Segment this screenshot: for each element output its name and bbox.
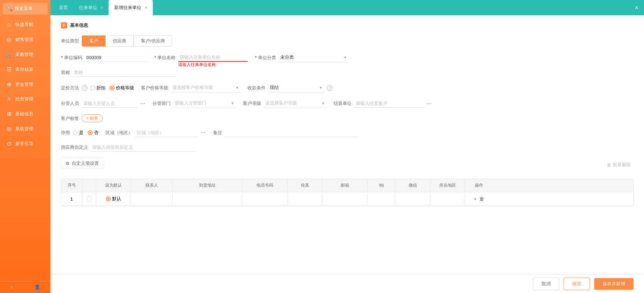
sidebar-item-inventory[interactable]: ☰库存核算	[0, 62, 50, 77]
customer-level-select[interactable]: 请选择客户等级 ▼	[264, 99, 327, 108]
settlement-more[interactable]: ···	[427, 101, 432, 106]
manager-label: 分管人员	[61, 100, 79, 107]
th-seq: 序号	[61, 179, 82, 192]
manager-input[interactable]	[82, 99, 138, 108]
pricing-group: 定价方法 ? 折扣 价格等级	[61, 85, 134, 91]
customize-settings-button[interactable]: ⚙ 自定义项设置	[61, 158, 103, 169]
cell-phone-input-0[interactable]	[247, 196, 283, 201]
global-close-button[interactable]: ×	[632, 4, 641, 11]
disabled-group: 停用 是 否	[61, 130, 99, 136]
home-bottom-icon[interactable]: ⌂	[10, 284, 13, 290]
supplier-custom-input[interactable]	[91, 143, 195, 152]
pricing-radio-discount-label: 折扣	[96, 85, 105, 91]
tab-close-partners[interactable]: ×	[101, 5, 103, 10]
sidebar-item-guide[interactable]: ⊙新手引导	[0, 136, 50, 151]
remark-label: 备注	[213, 130, 222, 136]
th-check	[82, 179, 96, 192]
th-default: 设为默认	[96, 179, 131, 192]
sidebar-item-quick-nav[interactable]: ⌂快捷导航	[0, 17, 50, 32]
settlement-group: 结算单位 ···	[333, 99, 432, 108]
pricing-radio-discount-circle	[90, 86, 95, 90]
payment-terms-help-icon[interactable]: ?	[327, 85, 332, 91]
sidebar-item-operations[interactable]: ≡经营管理	[0, 92, 50, 106]
unit-code-input[interactable]	[85, 54, 148, 62]
tab-close-new-partner[interactable]: ×	[145, 5, 147, 10]
cell-contact-input-0[interactable]	[135, 196, 168, 201]
sidebar-label-finance: 资金管理	[15, 81, 33, 88]
th-contact: 联系人	[131, 179, 173, 192]
remark-group: 备注	[213, 129, 357, 137]
cell-wechat-input-0[interactable]	[400, 196, 426, 201]
pricing-help-icon[interactable]: ?	[82, 85, 87, 91]
unit-name-input[interactable]	[178, 53, 248, 62]
disabled-no-circle	[88, 130, 93, 135]
unit-code-label: 单位编码	[61, 55, 82, 61]
department-select[interactable]: 请输入分管部门 ▼	[173, 99, 236, 108]
cell-email-input-0[interactable]	[327, 196, 363, 201]
customer-level-placeholder: 请选择客户等级	[265, 100, 320, 106]
region-input[interactable]	[135, 129, 198, 137]
user-bottom-icon[interactable]: 👤	[34, 284, 40, 290]
cell-address-input-0[interactable]	[179, 196, 236, 201]
sidebar-item-finance[interactable]: ⊕资金管理	[0, 77, 50, 92]
disabled-no[interactable]: 否	[88, 130, 99, 136]
sidebar-icon-finance: ⊕	[6, 81, 13, 88]
section-icon: F	[61, 22, 67, 29]
search-icon: 🔍	[7, 6, 13, 11]
unit-type-btn-2[interactable]: 客户/供应商	[134, 35, 172, 47]
payment-terms-value: 现结	[270, 84, 317, 91]
cell-default-0[interactable]: 默认	[106, 196, 121, 202]
delete-row-icon-0[interactable]: 🗑	[479, 196, 484, 202]
tab-new-partner[interactable]: 新增往来单位×	[109, 0, 153, 15]
tab-partners[interactable]: 往来单位×	[73, 0, 109, 15]
disabled-label: 停用	[61, 130, 70, 136]
sidebar-item-purchase[interactable]: 🛒采购管理	[0, 47, 50, 62]
add-row-icon-0[interactable]: +	[474, 196, 477, 202]
save-button[interactable]: 保存	[564, 278, 590, 290]
settlement-input[interactable]	[354, 99, 424, 108]
unit-category-label: 单位分类	[255, 55, 276, 61]
unit-category-select[interactable]: 未分类 ▼	[279, 53, 348, 62]
table-body: 1默认+🗑	[61, 192, 633, 206]
cell-qq-input-0[interactable]	[371, 196, 391, 201]
region-more[interactable]: ···	[201, 130, 206, 136]
sidebar-item-sales[interactable]: ◎销售管理	[0, 32, 50, 47]
unit-type-btn-1[interactable]: 供应商	[105, 35, 134, 47]
sidebar-item-system[interactable]: ◎系统管理	[0, 121, 50, 136]
shortname-input[interactable]	[73, 68, 177, 77]
cancel-button[interactable]: 取消	[533, 278, 559, 290]
payment-terms-select[interactable]: 现结 ▼	[268, 83, 324, 92]
pricing-radio-level[interactable]: 价格等级	[110, 85, 134, 91]
manager-more[interactable]: ···	[140, 101, 146, 106]
unit-type-row: 单位类型 客户供应商客户/供应商	[61, 35, 634, 47]
sidebar-label-sales: 销售管理	[15, 36, 33, 43]
sidebar-bottom: ⌂ 👤	[0, 281, 50, 293]
batch-delete-button[interactable]: 🗑 批量删除	[604, 160, 634, 169]
add-tag-button[interactable]: + 标签	[82, 114, 103, 122]
shortname-group: 简称	[61, 68, 177, 77]
save-and-new-button[interactable]: 保存并新增	[594, 278, 634, 290]
unit-type-btn-0[interactable]: 客户	[82, 35, 105, 47]
unit-name-label: 单位名称	[155, 55, 176, 61]
tab-home[interactable]: 首页	[53, 0, 73, 15]
disabled-yes[interactable]: 是	[73, 130, 84, 136]
section-header: F 基本信息	[61, 22, 634, 29]
shortname-label: 简称	[61, 70, 70, 76]
customer-price-arrow: ▼	[235, 86, 239, 90]
pricing-radio-discount[interactable]: 折扣	[90, 85, 105, 91]
search-menu[interactable]: 🔍 搜索菜单	[3, 3, 48, 15]
cell-seq-0: 1	[70, 196, 73, 202]
tag-group: 客户标签 + 标签	[61, 114, 103, 122]
customer-price-select[interactable]: 请选择客户价格等级 ▼	[171, 83, 241, 92]
remark-input[interactable]	[225, 129, 357, 137]
unit-name-group: 单位名称 请输入往来单位名称	[155, 53, 248, 62]
batch-delete-icon: 🗑	[607, 162, 611, 168]
cell-fax-input-0[interactable]	[292, 196, 318, 201]
sidebar-item-base[interactable]: ⊞基础信息	[0, 106, 50, 121]
th-wechat: 微信	[395, 179, 430, 192]
sidebar-icon-inventory: ☰	[6, 66, 13, 73]
cell-check-0[interactable]	[87, 196, 92, 201]
sidebar-icon-guide: ⊙	[6, 140, 13, 147]
cell-region-input-0[interactable]	[434, 196, 461, 201]
unit-type-label: 单位类型	[61, 38, 79, 44]
